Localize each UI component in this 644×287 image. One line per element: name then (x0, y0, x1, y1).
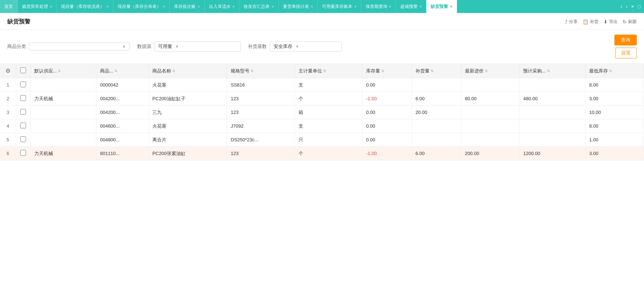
row-supplier (30, 119, 96, 133)
row-spec: 123 (227, 147, 295, 160)
row-code: 004600... (96, 119, 149, 133)
sort-icon[interactable]: ⇅ (485, 69, 488, 73)
settings-button[interactable]: 设置 (615, 48, 637, 58)
export-label: 导出 (609, 19, 618, 25)
tab-close-icon[interactable]: × (389, 4, 391, 9)
tab-purchase-stat[interactable]: 要货单统计表 × (279, 0, 318, 13)
sort-icon[interactable]: ⇅ (58, 69, 61, 73)
row-name: PC200油缸缸子 (149, 92, 227, 106)
select-all-checkbox[interactable] (20, 67, 26, 73)
export-icon: ⬇ (604, 19, 608, 25)
table-row: 4 004600... 火花塞 J7092 支 0.00 8.00 (0, 119, 644, 133)
row-name: 三九 (149, 106, 227, 119)
tab-prev-btn[interactable]: ‹ (619, 3, 624, 10)
row-no: 5 (0, 133, 16, 147)
col-est-purchase-label: 预计采购... (523, 68, 546, 74)
sort-icon[interactable]: ⇅ (609, 69, 612, 73)
tab-close-icon[interactable]: × (50, 4, 52, 9)
table-row: 5 004800... 离合片 DS250*23c... 只 0.00 1.00 (0, 133, 644, 147)
share-button[interactable]: ⤴ 分享 (565, 19, 578, 25)
tab-restore-btn[interactable]: □ (636, 3, 643, 10)
row-supplier: 力天机械 (30, 147, 96, 160)
sort-icon[interactable]: ⇅ (323, 69, 326, 73)
col-stock-label: 库存量 (366, 68, 380, 74)
row-unit: 个 (295, 92, 362, 106)
row-name: 火花塞 (149, 78, 227, 92)
tab-close-icon[interactable]: × (197, 4, 200, 9)
col-supplier: 默认供应... ⇅ (30, 64, 96, 78)
row-replenish: 20.00 (412, 106, 461, 119)
tab-label: 超储预警 (400, 4, 418, 10)
row-checkbox[interactable] (20, 150, 26, 156)
row-spec: 123 (227, 106, 295, 119)
row-checkbox[interactable] (20, 123, 26, 128)
tab-abnormal[interactable]: 炼货异常处理 × (18, 0, 57, 13)
replenish-select[interactable]: 安全库存 ▼ (270, 41, 342, 52)
restock-button[interactable]: 📋 补货 (583, 19, 599, 25)
tab-batch[interactable]: 库存批次账 × (170, 0, 204, 13)
tab-close-icon[interactable]: × (106, 4, 108, 9)
row-latest-price: 80.00 (461, 92, 519, 106)
tab-shortage[interactable]: 缺货预警 × (426, 0, 457, 13)
tab-next-btn[interactable]: › (624, 3, 630, 10)
row-supplier (30, 106, 96, 119)
share-label: 分享 (569, 19, 578, 25)
tab-close-icon[interactable]: × (271, 4, 274, 9)
row-est-purchase (519, 133, 586, 147)
datasource-select[interactable]: 可用量 ▼ (154, 41, 241, 52)
row-name: PC200张紧油缸 (149, 147, 227, 160)
sort-icon[interactable]: ⇅ (251, 69, 253, 73)
col-settings[interactable]: ⚙ (0, 64, 16, 78)
gear-icon[interactable]: ⚙ (5, 68, 10, 74)
refresh-icon: ↻ (623, 19, 627, 25)
sort-icon[interactable]: ⇅ (547, 69, 550, 73)
row-checkbox[interactable] (20, 81, 26, 87)
row-supplier: 力天机械 (30, 92, 96, 106)
tab-stock-dist[interactable]: 现存量（库存分布表） × (113, 0, 170, 13)
tab-close-icon[interactable]: × (450, 4, 452, 9)
sort-icon[interactable]: ⇅ (381, 69, 384, 73)
tab-close-icon[interactable]: × (354, 4, 356, 9)
tab-home[interactable]: 首页 (0, 0, 18, 13)
tab-label: 现存量（库存状况表） (61, 4, 104, 10)
category-label: 商品分类 (7, 43, 26, 50)
row-checkbox[interactable] (20, 136, 26, 142)
tab-stock-status[interactable]: 现存量（库存状况表） × (57, 0, 113, 13)
refresh-button[interactable]: ↻ 刷新 (623, 19, 637, 25)
col-supplier-label: 默认供应... (34, 68, 57, 74)
row-checkbox[interactable] (20, 109, 26, 115)
page-header: 缺货预警 ⤴ 分享 📋 补货 ⬇ 导出 ↻ 刷新 (0, 13, 644, 30)
datasource-value: 可用量 (158, 43, 172, 50)
col-latest-price-label: 最新进价 (465, 68, 484, 74)
tab-close-icon[interactable]: × (163, 4, 165, 9)
tab-inout[interactable]: 出入库流水 × (205, 0, 239, 13)
col-unit: 主计量单位 ⇅ (295, 64, 362, 78)
tab-receive-summary[interactable]: 收发存汇总表 × (239, 0, 278, 13)
query-button[interactable]: 查询 (614, 35, 637, 45)
tab-expiry[interactable]: 保质期查询 × (361, 0, 396, 13)
row-stock: 0.00 (362, 119, 412, 133)
row-checkbox-cell (16, 119, 30, 133)
export-button[interactable]: ⬇ 导出 (604, 19, 618, 25)
row-min-stock: 8.00 (586, 78, 644, 92)
row-spec: J7092 (227, 119, 295, 133)
category-select[interactable]: ▼ (29, 43, 130, 50)
row-unit: 支 (295, 119, 362, 133)
tab-overstock[interactable]: 超储预警 × (396, 0, 426, 13)
tab-close-icon[interactable]: × (419, 4, 422, 9)
tab-close-icon[interactable]: × (311, 4, 313, 9)
row-code: 004200... (96, 106, 149, 119)
row-no: 2 (0, 92, 16, 106)
replenish-value: 安全库存 (274, 43, 292, 50)
row-stock: 0.00 (362, 106, 412, 119)
tab-available[interactable]: 可用量库存账本 × (318, 0, 361, 13)
row-replenish: 6.00 (412, 147, 461, 160)
row-checkbox[interactable] (20, 95, 26, 101)
col-name-label: 商品名称 (152, 68, 171, 74)
sort-icon[interactable]: ⇅ (431, 69, 434, 73)
tab-label: 保质期查询 (366, 4, 387, 10)
tab-close-all-btn[interactable]: × (629, 3, 636, 10)
sort-icon[interactable]: ⇅ (172, 69, 175, 73)
sort-icon[interactable]: ⇅ (114, 69, 117, 73)
tab-close-icon[interactable]: × (232, 4, 235, 9)
